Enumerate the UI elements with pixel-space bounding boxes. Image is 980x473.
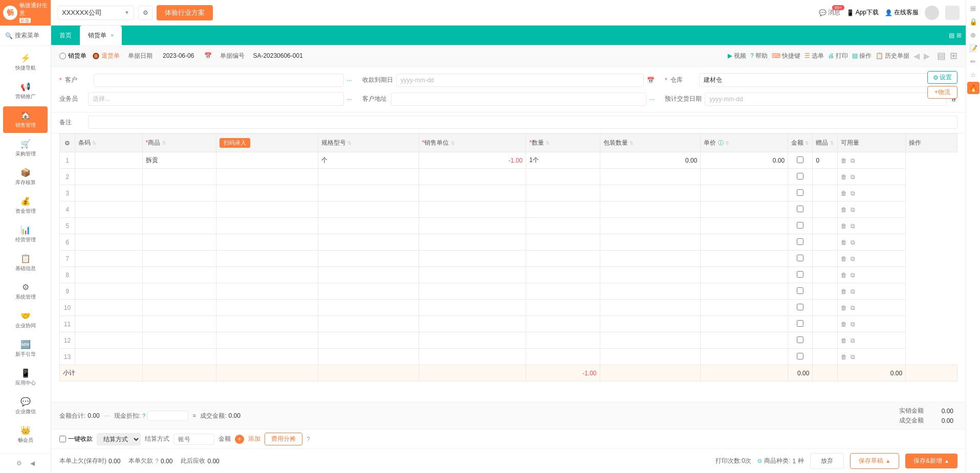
cell-barcode-4[interactable] [75, 201, 143, 218]
cell-unit-2[interactable] [318, 169, 419, 185]
remark-input[interactable] [88, 116, 957, 129]
cell-price-7[interactable] [600, 251, 701, 267]
payment-date-input[interactable]: yyyy-mm-dd [396, 74, 644, 87]
cell-qty-6[interactable] [419, 234, 526, 251]
customer-addr-select-icon[interactable]: ··· [649, 96, 655, 103]
row-delete-icon-8[interactable]: 🗑 [841, 272, 847, 279]
row-delete-icon-6[interactable]: 🗑 [841, 239, 847, 246]
user-menu-btn[interactable] [945, 6, 960, 20]
tab-layout-icon1[interactable]: ▤ [949, 32, 954, 39]
cell-gift-4[interactable] [788, 201, 813, 218]
payment-date-calendar-icon[interactable]: 📅 [647, 77, 655, 84]
cell-amount-10[interactable] [701, 300, 788, 316]
cell-product-4[interactable] [142, 201, 216, 218]
message-btn[interactable]: 💬 消息 99+ [819, 8, 840, 17]
cell-barcode-2[interactable] [75, 169, 143, 185]
sidebar-item-enterprise[interactable]: 🤝企业协同 [3, 307, 48, 333]
row-delete-icon-7[interactable]: 🗑 [841, 255, 847, 262]
cell-product-9[interactable] [142, 283, 216, 300]
expected-date-input[interactable]: yyyy-mm-dd [705, 93, 947, 106]
cell-pkg-qty-3[interactable] [526, 185, 600, 201]
cell-gift-13[interactable] [788, 349, 813, 365]
customer-input[interactable] [94, 74, 344, 87]
right-panel-btn-2[interactable]: 🔒 [967, 15, 979, 28]
salesperson-input[interactable]: 选择... [88, 92, 344, 106]
th-scan[interactable]: 扫码录入 [216, 134, 318, 152]
sidebar-item-sales[interactable]: 🏠销售管理 [3, 106, 48, 133]
account-input[interactable] [173, 434, 214, 445]
cell-gift-5[interactable] [788, 218, 813, 234]
expense-split-btn[interactable]: 费用分摊 [265, 433, 302, 445]
scan-btn[interactable]: 扫码录入 [220, 138, 250, 148]
cell-qty-13[interactable] [419, 349, 526, 365]
cell-spec-13[interactable] [216, 349, 318, 365]
discount-info-icon[interactable]: ? [142, 413, 145, 419]
cell-product-7[interactable] [142, 251, 216, 267]
cell-product-13[interactable] [142, 349, 216, 365]
salesperson-select-icon[interactable]: ··· [347, 96, 352, 103]
tab-home[interactable]: 首页 [51, 26, 80, 45]
cell-pkg-qty-11[interactable] [526, 316, 600, 332]
sidebar-item-operation[interactable]: 📊经营管理 [3, 221, 48, 247]
company-selector[interactable]: XXXXXX公司 ▼ [57, 6, 134, 20]
trial-btn[interactable]: 体验行业方案 [157, 5, 213, 20]
cell-spec-10[interactable] [216, 300, 318, 316]
cell-amount-3[interactable] [701, 185, 788, 201]
sidebar-settings-btn[interactable]: ⚙ [13, 457, 25, 470]
cell-price-3[interactable] [600, 185, 701, 201]
doc-debt-help-icon[interactable]: ? [155, 458, 159, 465]
row-delete-icon-3[interactable]: 🗑 [841, 190, 847, 197]
save-new-btn[interactable]: 保存&新增 ▲ [905, 454, 957, 468]
cell-gift-12[interactable] [788, 332, 813, 349]
cell-gift-10[interactable] [788, 300, 813, 316]
cell-gift-3[interactable] [788, 185, 813, 201]
cell-gift-8[interactable] [788, 267, 813, 283]
next-record-btn[interactable]: ▶ [924, 51, 930, 61]
right-panel-btn-3[interactable]: ⊕ [967, 29, 979, 41]
row-copy-icon-7[interactable]: ⧉ [851, 255, 855, 262]
cell-qty-1[interactable]: -1.00 [419, 152, 526, 169]
cell-product-10[interactable] [142, 300, 216, 316]
cell-amount-12[interactable] [701, 332, 788, 349]
cell-pkg-qty-10[interactable] [526, 300, 600, 316]
cell-barcode-3[interactable] [75, 185, 143, 201]
cell-pkg-qty-1[interactable]: 1个 [526, 152, 600, 169]
row-delete-icon-1[interactable]: 🗑 [841, 157, 847, 164]
topbar-settings-btn[interactable]: ⚙ [138, 6, 153, 20]
cell-amount-5[interactable] [701, 218, 788, 234]
cell-spec-8[interactable] [216, 267, 318, 283]
cell-amount-8[interactable] [701, 267, 788, 283]
cell-pkg-qty-9[interactable] [526, 283, 600, 300]
customer-addr-input[interactable] [391, 93, 647, 106]
cell-amount-6[interactable] [701, 234, 788, 251]
cell-qty-3[interactable] [419, 185, 526, 201]
radio-sales-order[interactable]: 销货单 [59, 52, 86, 60]
cell-amount-1[interactable]: 0.00 [701, 152, 788, 169]
cell-gift-7[interactable] [788, 251, 813, 267]
right-panel-btn-7[interactable]: 🔥 [967, 82, 979, 94]
cell-price-12[interactable] [600, 332, 701, 349]
cell-barcode-10[interactable] [75, 300, 143, 316]
cell-barcode-7[interactable] [75, 251, 143, 267]
select-order-btn[interactable]: ☰ 选单 [804, 52, 824, 60]
cell-unit-7[interactable] [318, 251, 419, 267]
user-avatar[interactable] [925, 6, 939, 20]
sidebar-item-wechat[interactable]: 💬企业微信 [3, 393, 48, 419]
cell-qty-8[interactable] [419, 267, 526, 283]
sidebar-item-quick-nav[interactable]: ⚡快捷导航 [3, 49, 48, 76]
row-copy-icon-8[interactable]: ⧉ [851, 272, 855, 279]
right-panel-btn-1[interactable]: ⊞ [967, 2, 979, 14]
row-copy-icon-5[interactable]: ⧉ [851, 222, 855, 230]
sidebar-item-apps[interactable]: 📱应用中心 [3, 364, 48, 391]
cell-pkg-qty-2[interactable] [526, 169, 600, 185]
cell-product-1[interactable]: 拆贡 [142, 152, 216, 169]
row-copy-icon-2[interactable]: ⧉ [851, 173, 855, 181]
cell-unit-11[interactable] [318, 316, 419, 332]
cell-price-1[interactable]: 0.00 [600, 152, 701, 169]
row-copy-icon-3[interactable]: ⧉ [851, 190, 855, 197]
cell-pkg-qty-13[interactable] [526, 349, 600, 365]
cell-spec-7[interactable] [216, 251, 318, 267]
cell-product-8[interactable] [142, 267, 216, 283]
cell-amount-11[interactable] [701, 316, 788, 332]
settings-action-btn[interactable]: ⚙ 设置 [927, 71, 957, 84]
